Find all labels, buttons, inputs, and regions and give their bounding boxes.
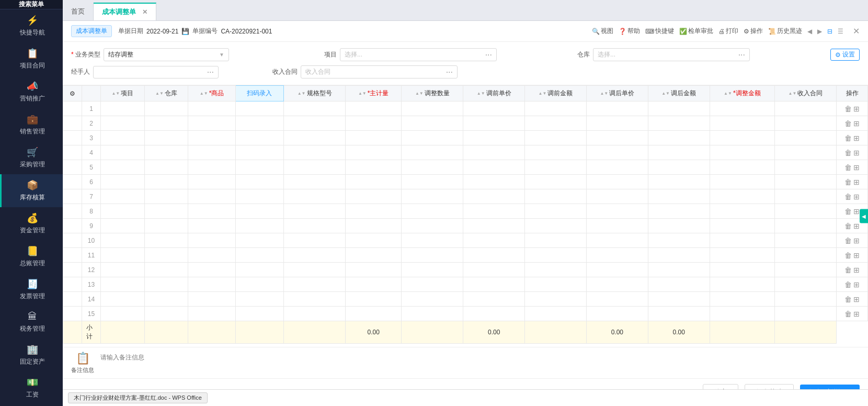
row-prev-unit-price-9[interactable] (463, 219, 525, 233)
row-unit-8[interactable] (346, 204, 402, 219)
row-unit-5[interactable] (346, 160, 402, 175)
layout-icon-grid[interactable]: ⊟ (827, 28, 832, 35)
row-delete-icon-1[interactable]: 🗑 (844, 105, 852, 113)
row-prev-unit-price-12[interactable] (463, 263, 525, 277)
row-unit-2[interactable] (346, 116, 402, 131)
row-warehouse-2[interactable] (144, 116, 188, 131)
row-spec-10[interactable] (284, 233, 346, 248)
col-unit[interactable]: ▲▼*主计量 (346, 86, 402, 102)
project-input[interactable]: 选择... ··· (340, 48, 497, 61)
row-product-5[interactable] (188, 160, 235, 175)
row-after-amount-1[interactable] (648, 102, 710, 116)
col-adj-amount[interactable]: ▲▼*调整金额 (710, 86, 774, 102)
row-after-amount-10[interactable] (648, 233, 710, 248)
row-prev-unit-price-4[interactable] (463, 145, 525, 160)
row-after-unit-price-4[interactable] (586, 145, 648, 160)
row-product-12[interactable] (188, 263, 235, 277)
row-scan-12[interactable] (235, 263, 283, 277)
row-scan-2[interactable] (235, 116, 283, 131)
row-product-13[interactable] (188, 277, 235, 292)
row-after-unit-price-7[interactable] (586, 189, 648, 204)
row-prev-unit-price-13[interactable] (463, 277, 525, 292)
row-after-unit-price-6[interactable] (586, 175, 648, 189)
action-print[interactable]: 🖨 打印 (718, 27, 738, 36)
row-warehouse-5[interactable] (144, 160, 188, 175)
row-project-13[interactable] (101, 277, 145, 292)
row-after-unit-price-8[interactable] (586, 204, 648, 219)
row-spec-5[interactable] (284, 160, 346, 175)
sidebar-item-ledger-mgmt[interactable]: 📒总账管理 (0, 240, 63, 273)
row-prev-amount-1[interactable] (525, 102, 587, 116)
warehouse-input[interactable]: 选择... ··· (593, 48, 750, 61)
row-unit-12[interactable] (346, 263, 402, 277)
row-scan-9[interactable] (235, 219, 283, 233)
sidebar-item-purchase-mgmt[interactable]: 🛒采购管理 (0, 141, 63, 174)
action-view[interactable]: 🔍 视图 (592, 27, 613, 36)
action-check[interactable]: ✅ 检单审批 (679, 27, 713, 36)
row-adj-qty-8[interactable] (402, 204, 463, 219)
row-prev-amount-14[interactable] (525, 292, 587, 307)
row-adj-qty-4[interactable] (402, 145, 463, 160)
row-after-amount-8[interactable] (648, 204, 710, 219)
row-scan-7[interactable] (235, 189, 283, 204)
row-income-contract-4[interactable] (775, 145, 837, 160)
row-income-contract-9[interactable] (775, 219, 837, 233)
row-prev-unit-price-7[interactable] (463, 189, 525, 204)
row-copy-icon-8[interactable]: ⊞ (853, 207, 860, 216)
row-warehouse-14[interactable] (144, 292, 188, 307)
row-after-unit-price-12[interactable] (586, 263, 648, 277)
row-unit-13[interactable] (346, 277, 402, 292)
row-prev-unit-price-5[interactable] (463, 160, 525, 175)
row-after-amount-11[interactable] (648, 248, 710, 263)
row-delete-icon-13[interactable]: 🗑 (844, 280, 852, 289)
row-warehouse-7[interactable] (144, 189, 188, 204)
row-spec-8[interactable] (284, 204, 346, 219)
sidebar-item-sales-mgmt[interactable]: 💼销售管理 (0, 108, 63, 141)
row-unit-4[interactable] (346, 145, 402, 160)
row-income-contract-6[interactable] (775, 175, 837, 189)
row-copy-icon-3[interactable]: ⊞ (853, 134, 860, 142)
col-after-unit-price[interactable]: ▲▼调后单价 (586, 86, 648, 102)
row-copy-icon-1[interactable]: ⊞ (853, 105, 860, 113)
row-after-amount-15[interactable] (648, 307, 710, 321)
row-after-amount-14[interactable] (648, 292, 710, 307)
settings-button[interactable]: ⚙ 设置 (830, 49, 860, 61)
sidebar-item-tax-mgmt[interactable]: 🏛税务管理 (0, 306, 63, 339)
row-warehouse-8[interactable] (144, 204, 188, 219)
row-after-amount-13[interactable] (648, 277, 710, 292)
row-income-contract-11[interactable] (775, 248, 837, 263)
sidebar-item-payroll[interactable]: 💵工资 (0, 371, 63, 404)
row-product-15[interactable] (188, 307, 235, 321)
row-unit-14[interactable] (346, 292, 402, 307)
row-adj-amount-10[interactable] (710, 233, 774, 248)
col-prev-amount[interactable]: ▲▼调前金额 (525, 86, 587, 102)
row-prev-unit-price-8[interactable] (463, 204, 525, 219)
row-adj-qty-10[interactable] (402, 233, 463, 248)
row-warehouse-15[interactable] (144, 307, 188, 321)
row-project-7[interactable] (101, 189, 145, 204)
row-delete-icon-9[interactable]: 🗑 (844, 222, 852, 230)
row-delete-icon-8[interactable]: 🗑 (844, 207, 852, 216)
row-product-14[interactable] (188, 292, 235, 307)
row-prev-amount-13[interactable] (525, 277, 587, 292)
row-copy-icon-14[interactable]: ⊞ (853, 295, 860, 303)
row-project-4[interactable] (101, 145, 145, 160)
row-after-unit-price-15[interactable] (586, 307, 648, 321)
row-warehouse-12[interactable] (144, 263, 188, 277)
col-spec-type[interactable]: ▲▼规格型号 (284, 86, 346, 102)
row-adj-qty-11[interactable] (402, 248, 463, 263)
row-prev-unit-price-14[interactable] (463, 292, 525, 307)
row-prev-unit-price-3[interactable] (463, 131, 525, 145)
row-spec-4[interactable] (284, 145, 346, 160)
col-warehouse[interactable]: ▲▼仓库 (144, 86, 188, 102)
row-project-15[interactable] (101, 307, 145, 321)
row-copy-icon-15[interactable]: ⊞ (853, 310, 860, 318)
row-spec-14[interactable] (284, 292, 346, 307)
row-spec-6[interactable] (284, 175, 346, 189)
row-income-contract-1[interactable] (775, 102, 837, 116)
row-prev-unit-price-11[interactable] (463, 248, 525, 263)
sidebar-item-invoice-mgmt[interactable]: 🧾发票管理 (0, 273, 63, 306)
sidebar-item-sales-promo[interactable]: 📣营销推广 (0, 75, 63, 108)
row-project-12[interactable] (101, 263, 145, 277)
row-prev-amount-9[interactable] (525, 219, 587, 233)
